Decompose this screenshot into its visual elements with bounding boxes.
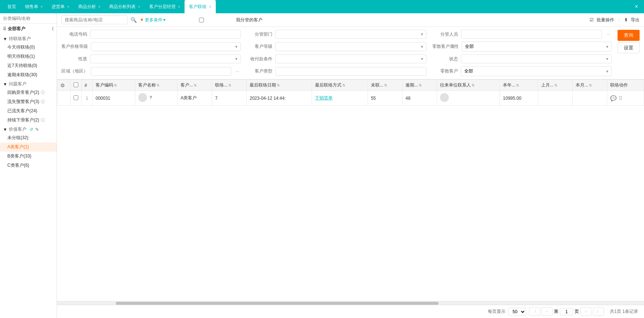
total-info: 共1页 1条记录 <box>610 308 638 315</box>
th-overdue[interactable]: 逾期... ⇅ <box>402 80 437 91</box>
horizontal-scrollbar[interactable] <box>57 301 644 305</box>
next-page-button[interactable]: ＞ <box>580 307 591 316</box>
group-value-customers[interactable]: ▼ 价值客户 ↺ ✎ <box>0 125 57 133</box>
sidebar-all-customers[interactable]: ⠿ 全部客户 《 <box>0 24 57 34</box>
my-customer-checkbox-label[interactable]: 我分管的客户 <box>168 17 262 23</box>
my-customer-checkbox[interactable] <box>168 18 235 22</box>
region-input[interactable] <box>91 67 231 76</box>
phone-input[interactable] <box>90 30 241 39</box>
th-this-year[interactable]: 本年... ⇅ <box>500 80 538 91</box>
nav-sales[interactable]: 销售单 × <box>21 0 47 13</box>
prev-page-button[interactable]: ＜ <box>541 307 552 316</box>
setting-button[interactable]: 设置 <box>618 42 640 53</box>
sidebar-item-c-class[interactable]: C类客户(6) <box>0 161 57 170</box>
nav-home[interactable]: 首页 <box>3 0 21 13</box>
sidebar-search-input[interactable] <box>3 16 57 21</box>
cust-type-input[interactable] <box>275 67 426 76</box>
retail-attr-select[interactable]: 全部▾ <box>462 42 612 52</box>
dept-select[interactable]: ▾ <box>275 30 426 39</box>
filter-cell-manager: 分管人员 ··· <box>432 30 612 39</box>
last-page-button[interactable]: 》 <box>593 307 604 316</box>
settings-icon[interactable]: ⚙ <box>60 82 65 88</box>
search-input[interactable] <box>61 15 128 24</box>
group-pending-contact[interactable]: ▼ 待联络客户 <box>0 34 57 43</box>
th-last-date[interactable]: 最后联络日期 ⇅ <box>247 80 312 91</box>
page-size-select[interactable]: 50 <box>508 308 526 316</box>
export-label[interactable]: 导出 <box>631 17 640 23</box>
th-last-month[interactable]: 上月... ⇅ <box>538 80 572 91</box>
th-last-method[interactable]: 最后联络方式 ⇅ <box>312 80 368 91</box>
sidebar-item-7days[interactable]: 近7天待联络(0) <box>0 61 57 70</box>
close-purchase-tab[interactable]: × <box>67 4 69 9</box>
nav-analysis-list[interactable]: 商品分析列表 × <box>105 0 144 13</box>
filter-cell-cust-type: 客户类型 <box>247 67 426 76</box>
sidebar-item-tomorrow[interactable]: 明天待联络(1) <box>0 52 57 61</box>
row-not-contact: 55 <box>368 91 402 106</box>
filter-cell-dept: 分管部门 ▾ <box>247 30 426 39</box>
nature-label: 性质 <box>61 56 87 62</box>
row-actions: 💬 ⠿ <box>607 91 644 106</box>
th-contact[interactable]: 联络... ⇅ <box>212 80 247 91</box>
nav-analysis[interactable]: 商品分析 × <box>74 0 105 13</box>
sidebar-search-container: 🔍 <box>0 13 57 24</box>
sidebar-item-a-class[interactable]: A类客户(1) <box>0 142 57 152</box>
manager-input[interactable] <box>461 30 602 39</box>
data-table-wrapper: ⚙ # 客户编码 ⇅ <box>57 80 644 301</box>
first-page-button[interactable]: 《 <box>529 307 540 316</box>
price-level-select[interactable]: ▾ <box>91 42 241 51</box>
sidebar-item-b-class[interactable]: B类客户(33) <box>0 152 57 161</box>
sidebar-item-today[interactable]: 今天待联络(0) <box>0 43 57 52</box>
search-button[interactable]: 🔍 <box>130 17 137 23</box>
manager-more-icon[interactable]: ··· <box>605 32 612 37</box>
th-code[interactable]: 客户编码 ⇅ <box>93 80 135 91</box>
close-analysis-tab[interactable]: × <box>98 4 100 9</box>
close-sales-tab[interactable]: × <box>40 4 43 9</box>
group-problem-customers[interactable]: ▼ 问题客户 <box>0 80 57 88</box>
qr-action-icon[interactable]: ⠿ <box>619 95 622 101</box>
nav-purchase[interactable]: 进货单 × <box>47 0 74 13</box>
close-contact-tab[interactable]: × <box>209 4 211 9</box>
batch-op-icon: ☑ <box>590 17 594 22</box>
query-button[interactable]: 查询 <box>618 30 640 41</box>
th-level[interactable]: 客户... ⇅ <box>178 80 212 91</box>
more-filter-button[interactable]: ▼ 更多条件 ▾ <box>140 17 165 23</box>
th-name[interactable]: 客户名称 ⇅ <box>135 80 178 91</box>
triangle-icon: ▼ <box>3 36 7 42</box>
sidebar-item-churned[interactable]: 已流失客户(24) <box>0 106 57 116</box>
page-number-input[interactable] <box>560 308 573 315</box>
th-not-contact[interactable]: 未联... ⇅ <box>368 80 402 91</box>
filter-cell-cust-level: 客户等级 ▾ <box>247 42 426 51</box>
nav-customer-contact[interactable]: 客户联络 × <box>185 0 215 13</box>
page-label: 第 <box>554 308 558 315</box>
row-select-checkbox[interactable] <box>74 95 78 100</box>
window-close-button[interactable]: × <box>632 3 641 10</box>
company-avatar <box>440 93 449 102</box>
scroll-thumb[interactable] <box>116 302 439 305</box>
region-more-icon[interactable]: ··· <box>234 69 241 74</box>
close-analysis-list-tab[interactable]: × <box>138 4 140 9</box>
payment-select[interactable]: ▾ <box>275 54 426 63</box>
row-last-method[interactable]: 下销货单 <box>312 91 368 106</box>
status-select[interactable]: ▾ <box>461 54 612 63</box>
row-checkbox <box>71 91 82 106</box>
status-chevron-icon: ▾ <box>606 56 608 61</box>
cust-level-select[interactable]: ▾ <box>275 42 426 51</box>
th-this-month[interactable]: 本月... ⇅ <box>572 80 607 91</box>
retail-select[interactable]: 全部▾ <box>461 66 612 76</box>
sidebar-item-churn-warning[interactable]: 流失预警客户(3) ⓘ <box>0 97 57 106</box>
edit-group-icon[interactable]: ✎ <box>35 127 39 132</box>
sort-lastmonth-icon: ⇅ <box>554 83 557 87</box>
row-gear <box>57 91 71 106</box>
select-all-checkbox[interactable] <box>74 82 78 87</box>
sidebar-item-overdue[interactable]: 逾期未联络(30) <box>0 70 57 80</box>
th-company-contact[interactable]: 往来单位联系人 ⇅ <box>437 80 500 91</box>
sidebar-item-declining[interactable]: 持续下滑客户(2) ⓘ <box>0 116 57 125</box>
refresh-icon[interactable]: ↺ <box>29 127 33 132</box>
nature-select[interactable]: ▾ <box>90 54 241 63</box>
chat-action-icon[interactable]: 💬 <box>610 95 616 101</box>
sidebar-item-abnormal[interactable]: 回购异常客户(2) ⓘ <box>0 88 57 97</box>
close-tier-tab[interactable]: × <box>178 4 180 9</box>
sidebar-item-ungrouped[interactable]: 未分组(32) <box>0 133 57 142</box>
batch-op-label[interactable]: 批量操作 <box>597 17 614 23</box>
nav-customer-tier[interactable]: 客户分层经营 × <box>145 0 185 13</box>
